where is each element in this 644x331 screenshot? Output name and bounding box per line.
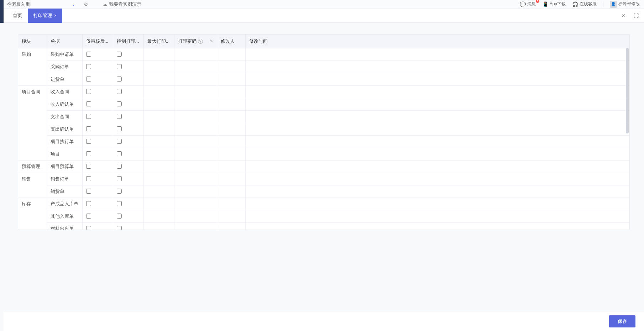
- messages-link[interactable]: 💬 消息 •: [520, 1, 536, 7]
- after-audit-checkbox[interactable]: [86, 201, 91, 206]
- cell-after-audit: [82, 136, 113, 148]
- cell-print-password: [174, 123, 217, 136]
- after-audit-checkbox[interactable]: [86, 176, 91, 181]
- control-print-checkbox[interactable]: [117, 226, 122, 230]
- after-audit-checkbox[interactable]: [86, 126, 91, 131]
- user-menu[interactable]: 👤 徐泽华修改: [610, 1, 640, 8]
- cell-after-audit: [82, 86, 113, 98]
- app-download-link[interactable]: 📱 App下载: [542, 1, 566, 7]
- table-row: 采购订单: [18, 61, 629, 73]
- cell-control-print: [113, 136, 143, 148]
- after-audit-checkbox[interactable]: [86, 139, 91, 144]
- control-print-checkbox[interactable]: [117, 77, 122, 82]
- cell-print-password: [174, 98, 217, 111]
- control-print-checkbox[interactable]: [117, 151, 122, 156]
- demo-link-label: 我要看实例演示: [109, 1, 141, 7]
- cell-control-print: [113, 148, 143, 161]
- control-print-checkbox[interactable]: [117, 164, 122, 169]
- cell-print-password: [174, 136, 217, 148]
- control-print-checkbox[interactable]: [117, 114, 122, 119]
- cell-control-print: [113, 61, 143, 73]
- after-audit-checkbox[interactable]: [86, 226, 91, 230]
- messages-badge: •: [536, 0, 539, 3]
- cell-after-audit: [82, 73, 113, 86]
- control-print-checkbox[interactable]: [117, 139, 122, 144]
- cell-print-password: [174, 210, 217, 223]
- th-modify-time: 修改时间: [245, 35, 629, 48]
- control-print-checkbox[interactable]: [117, 176, 122, 181]
- table-row: 销货单: [18, 185, 629, 198]
- scrollbar[interactable]: [626, 48, 629, 133]
- cell-document: 项目预算单: [47, 161, 82, 173]
- after-audit-checkbox[interactable]: [86, 77, 91, 82]
- cell-max-print: [143, 148, 174, 161]
- cell-print-password: [174, 73, 217, 86]
- cell-after-audit: [82, 61, 113, 73]
- control-print-checkbox[interactable]: [117, 101, 122, 106]
- table-row: 项目: [18, 148, 629, 161]
- th-print-password-label: 打印密码: [178, 38, 197, 44]
- table-container: 模块 单据 仅审核后... 控制打印... 最大打印... 打印密码 ? ✎: [18, 34, 630, 230]
- chevron-down-icon[interactable]: ⌄: [72, 2, 75, 7]
- fullscreen-button[interactable]: ⛶: [631, 11, 641, 21]
- edit-icon[interactable]: ✎: [210, 39, 213, 44]
- online-service-link[interactable]: 🎧 在线客服: [572, 1, 597, 7]
- after-audit-checkbox[interactable]: [86, 164, 91, 169]
- cell-modify-time: [245, 61, 629, 73]
- cell-control-print: [113, 73, 143, 86]
- tab-home[interactable]: 首页: [7, 9, 28, 23]
- close-icon[interactable]: ×: [54, 13, 57, 18]
- table-row: 库存产成品入库单: [18, 198, 629, 210]
- cell-max-print: [143, 198, 174, 210]
- table-header-row: 模块 单据 仅审核后... 控制打印... 最大打印... 打印密码 ? ✎: [18, 35, 629, 48]
- cell-modify-time: [245, 223, 629, 230]
- cell-after-audit: [82, 161, 113, 173]
- cell-module: 预算管理: [18, 161, 47, 173]
- table-row: 支出合同: [18, 111, 629, 123]
- after-audit-checkbox[interactable]: [86, 214, 91, 219]
- cell-max-print: [143, 223, 174, 230]
- save-button[interactable]: 保存: [609, 315, 635, 327]
- cell-document: 采购订单: [47, 61, 82, 73]
- cell-after-audit: [82, 48, 113, 61]
- cell-print-password: [174, 198, 217, 210]
- app-download-label: App下载: [550, 1, 566, 7]
- cell-control-print: [113, 111, 143, 123]
- cell-max-print: [143, 86, 174, 98]
- control-print-checkbox[interactable]: [117, 126, 122, 131]
- th-document: 单据: [47, 35, 82, 48]
- tab-print-manage[interactable]: 打印管理 ×: [28, 9, 62, 23]
- after-audit-checkbox[interactable]: [86, 89, 91, 94]
- after-audit-checkbox[interactable]: [86, 114, 91, 119]
- gear-icon[interactable]: ⚙: [84, 1, 88, 7]
- after-audit-checkbox[interactable]: [86, 151, 91, 156]
- cell-modifier: [217, 161, 245, 173]
- cell-control-print: [113, 185, 143, 198]
- control-print-checkbox[interactable]: [117, 64, 122, 69]
- org-title[interactable]: 徐老板勿删!: [7, 1, 32, 7]
- cell-control-print: [113, 98, 143, 111]
- control-print-checkbox[interactable]: [117, 201, 122, 206]
- control-print-checkbox[interactable]: [117, 89, 122, 94]
- mobile-icon: 📱: [542, 1, 548, 7]
- after-audit-checkbox[interactable]: [86, 52, 91, 57]
- close-all-tabs-button[interactable]: ✕: [618, 11, 628, 21]
- after-audit-checkbox[interactable]: [86, 64, 91, 69]
- cell-document: 收入确认单: [47, 98, 82, 111]
- cell-modifier: [217, 98, 245, 111]
- cell-print-password: [174, 173, 217, 185]
- tab-home-label: 首页: [13, 12, 22, 19]
- control-print-checkbox[interactable]: [117, 52, 122, 57]
- after-audit-checkbox[interactable]: [86, 189, 91, 194]
- tabs-bar: 首页 打印管理 × ✕ ⛶: [0, 9, 644, 23]
- cell-print-password: [174, 148, 217, 161]
- control-print-checkbox[interactable]: [117, 189, 122, 194]
- after-audit-checkbox[interactable]: [86, 101, 91, 106]
- th-print-password: 打印密码 ? ✎: [174, 35, 217, 48]
- demo-link[interactable]: ☁ 我要看实例演示: [103, 1, 141, 7]
- divider: [603, 1, 603, 7]
- help-icon[interactable]: ?: [198, 39, 203, 44]
- cell-modify-time: [245, 185, 629, 198]
- control-print-checkbox[interactable]: [117, 214, 122, 219]
- cell-max-print: [143, 161, 174, 173]
